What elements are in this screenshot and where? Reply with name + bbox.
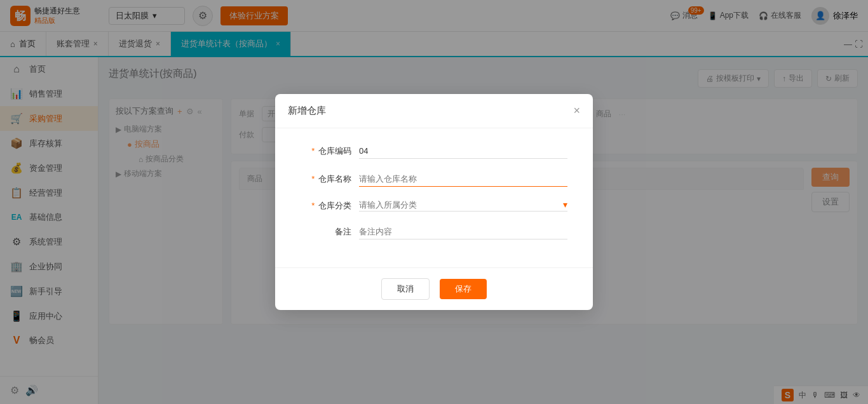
save-button[interactable]: 保存 (440, 279, 487, 299)
required-star-name: * (311, 174, 315, 184)
category-label: * 仓库分类 (301, 200, 351, 212)
name-label: * 仓库名称 (301, 173, 351, 185)
category-input-wrapper: ▾ (359, 199, 567, 212)
note-input[interactable] (359, 224, 567, 239)
form-row-code: * 仓库编码 (301, 144, 567, 159)
name-input[interactable] (359, 172, 567, 187)
category-label-text: 仓库分类 (318, 201, 351, 210)
form-row-category: * 仓库分类 ▾ (301, 199, 567, 212)
form-row-note: 备注 (301, 224, 567, 239)
dialog-close-button[interactable]: × (573, 104, 580, 118)
modal-overlay[interactable]: 新增仓库 × * 仓库编码 * 仓库名称 (0, 0, 868, 404)
dialog-body: * 仓库编码 * 仓库名称 * 仓库分类 (275, 128, 593, 267)
code-label: * 仓库编码 (301, 145, 351, 157)
category-dropdown-arrow[interactable]: ▾ (563, 199, 567, 210)
dialog-title: 新增仓库 (288, 105, 326, 117)
code-input[interactable] (359, 144, 567, 159)
dialog-footer: 取消 保存 (275, 267, 593, 310)
category-input[interactable] (359, 200, 563, 210)
note-label: 备注 (301, 226, 351, 238)
code-label-text: 仓库编码 (318, 146, 351, 156)
required-star-code: * (311, 146, 315, 156)
form-row-name: * 仓库名称 (301, 172, 567, 187)
name-label-text: 仓库名称 (318, 174, 351, 184)
required-star-category: * (311, 201, 315, 210)
cancel-button[interactable]: 取消 (381, 278, 430, 300)
new-warehouse-dialog: 新增仓库 × * 仓库编码 * 仓库名称 (275, 94, 593, 310)
note-label-text: 备注 (335, 227, 351, 236)
dialog-header: 新增仓库 × (275, 94, 593, 128)
